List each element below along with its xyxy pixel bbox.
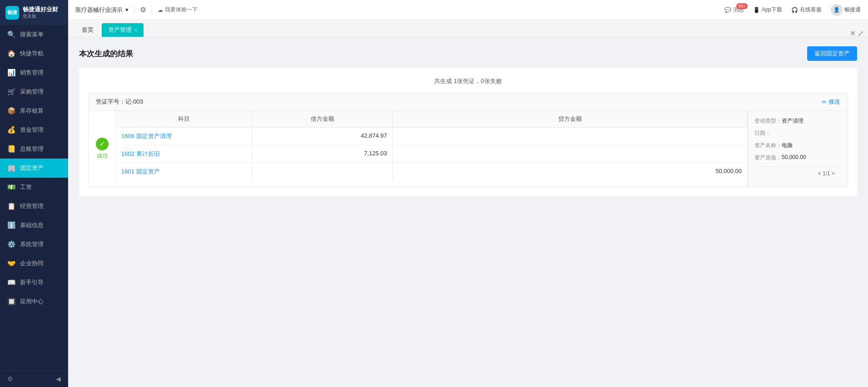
sidebar-item-search[interactable]: 🔍搜索菜单 [0,25,68,44]
table-row: 1602 累计折旧 7,125.03 [116,145,747,163]
sidebar-item-inventory[interactable]: 📦库存核算 [0,101,68,120]
sidebar-label-inventory: 库存核算 [20,107,44,115]
tab-close-assets[interactable]: × [134,27,137,33]
sidebar-item-payroll[interactable]: 💵工资 [0,178,68,197]
app-download-label: App下载 [762,6,782,14]
guide-icon: 📖 [7,278,15,287]
sidebar-item-assets[interactable]: 🏢固定资产 [0,159,68,178]
sidebar-item-basics[interactable]: ℹ️基础信息 [0,216,68,235]
cell-subject-1: 1602 累计折旧 [116,145,252,163]
logo-title: 畅捷通好业财 [23,6,58,14]
date-label: 日期： [754,129,779,137]
sidebar-label-operations: 经营管理 [20,202,44,210]
search-icon: 🔍 [7,30,15,39]
sidebar-item-system[interactable]: ⚙️系统管理 [0,235,68,254]
sidebar-item-ledger[interactable]: 📒总账管理 [0,139,68,159]
message-icon: 💬 [724,7,731,13]
main: 医疗器械行业演示 ▾ ⚙ ☁ 我要体验一下 💬 消息 99+ 📱 App下载 [68,0,868,387]
sidebar-label-collab: 企业协同 [20,259,44,268]
sidebar-item-appcenter[interactable]: 🔲应用中心 [0,292,68,311]
sidebar-nav: 🔍搜索菜单🏠快捷导航📊销售管理🛒采购管理📦库存核算💰资金管理📒总账管理🏢固定资产… [0,25,68,370]
page-title: 本次生成的结果 [79,49,133,59]
trial-label: 我要体验一下 [165,6,198,14]
company-selector[interactable]: 医疗器械行业演示 ▾ [75,6,129,14]
change-type-row: 变动类型： 资产清理 [754,117,841,125]
online-service-item[interactable]: 🎧 在线客服 [791,6,822,14]
voucher-edit-button[interactable]: ✏ 修改 [822,98,840,106]
trial-button[interactable]: ☁ 我要体验一下 [158,6,198,14]
col-debit: 借方金额 [252,111,393,127]
expand-panel-button[interactable]: ⤢ [858,29,863,38]
sidebar-label-search: 搜索菜单 [20,30,44,39]
cell-credit-0 [393,128,747,145]
app-download-item[interactable]: 📱 App下载 [753,6,782,14]
sidebar-logo: 畅捷 畅捷通好业财 普及版 [0,0,68,25]
sidebar-item-quicknav[interactable]: 🏠快捷导航 [0,44,68,63]
sidebar-label-ledger: 总账管理 [20,145,44,153]
table-header: 科目 借方金额 贷方金额 [116,111,747,128]
inventory-icon: 📦 [7,107,15,115]
voucher-status-col: ✓ 成功 [89,111,116,187]
cell-debit-1: 7,125.03 [252,145,393,163]
settings-icon[interactable]: ⚙ [7,375,13,382]
message-item[interactable]: 💬 消息 99+ [724,6,744,14]
page-header: 本次生成的结果 返回固定资产 [79,46,857,61]
pagination[interactable]: < 1/1 > [754,166,841,180]
panel-controls: ✕ ⤢ [845,25,868,41]
side-info-panel: 变动类型： 资产清理 日期： 资产名称： 电脑 [748,111,848,187]
voucher-body: ✓ 成功 科目 借方金额 贷方金额 1606 固定资产清理 [89,111,848,187]
voucher-card: 凭证字号：记-003 ✏ 修改 ✓ 成功 [88,93,848,187]
tab-assets[interactable]: 资产管理× [102,23,144,37]
change-type-value: 资产清理 [782,117,804,125]
funds-icon: 💰 [7,126,15,134]
ledger-icon: 📒 [7,145,15,153]
sidebar-item-sales[interactable]: 📊销售管理 [0,63,68,82]
assets-icon: 🏢 [7,164,15,172]
voucher-table: 科目 借方金额 贷方金额 1606 固定资产清理 42,874.97 1602 … [116,111,748,187]
date-row: 日期： [754,129,841,137]
voucher-header: 凭证字号：记-003 ✏ 修改 [89,93,848,111]
dropdown-icon: ▾ [125,6,129,13]
user-item[interactable]: 👤 畅捷通 [831,4,861,16]
tab-home[interactable]: 首页 [75,23,100,37]
sidebar-item-purchase[interactable]: 🛒采购管理 [0,82,68,101]
return-button[interactable]: 返回固定资产 [807,46,857,61]
sidebar-label-system: 系统管理 [20,240,44,248]
original-value-label: 资产原值： [754,154,782,162]
sidebar-footer: ⚙ ◀ [0,370,68,387]
collapse-icon[interactable]: ◀ [56,375,61,382]
cell-debit-0: 42,874.97 [252,128,393,145]
basics-icon: ℹ️ [7,221,15,229]
sidebar-item-operations[interactable]: 📋经营管理 [0,197,68,216]
collab-icon: 🤝 [7,259,15,268]
voucher-number: 凭证字号：记-003 [96,98,143,106]
sidebar-item-guide[interactable]: 📖新手引导 [0,273,68,292]
col-credit: 贷方金额 [393,111,747,127]
mobile-icon: 📱 [753,7,760,13]
close-panel-button[interactable]: ✕ [850,29,856,38]
sidebar-label-sales: 销售管理 [20,69,44,77]
sidebar-item-collab[interactable]: 🤝企业协同 [0,254,68,273]
logo-subtitle: 普及版 [23,13,58,19]
service-icon: 🎧 [791,7,798,13]
sidebar-label-appcenter: 应用中心 [20,298,44,306]
main-wrapper: 医疗器械行业演示 ▾ ⚙ ☁ 我要体验一下 💬 消息 99+ 📱 App下载 [68,0,868,387]
topbar-settings-icon[interactable]: ⚙ [140,5,146,14]
sidebar-label-basics: 基础信息 [20,221,44,229]
user-avatar: 👤 [831,4,843,16]
asset-name-value: 电脑 [782,142,793,149]
cell-credit-2: 50,000.00 [393,163,747,180]
success-label: 成功 [97,152,108,160]
topbar-right: 💬 消息 99+ 📱 App下载 🎧 在线客服 👤 畅捷通 [724,4,861,16]
logo-icon: 畅捷 [5,6,19,20]
topbar-divider [134,5,134,15]
sidebar-item-funds[interactable]: 💰资金管理 [0,120,68,139]
sidebar-label-guide: 新手引导 [20,278,44,287]
table-row: 1601 固定资产 50,000.00 [116,163,747,180]
result-panel: 共生成 1张凭证，0张失败 凭证字号：记-003 ✏ 修改 ✓ [79,68,857,196]
tabbar: 首页资产管理× [68,20,868,37]
cell-credit-1 [393,145,747,163]
quicknav-icon: 🏠 [7,50,15,58]
sidebar-label-funds: 资金管理 [20,126,44,134]
cell-debit-2 [252,163,393,180]
